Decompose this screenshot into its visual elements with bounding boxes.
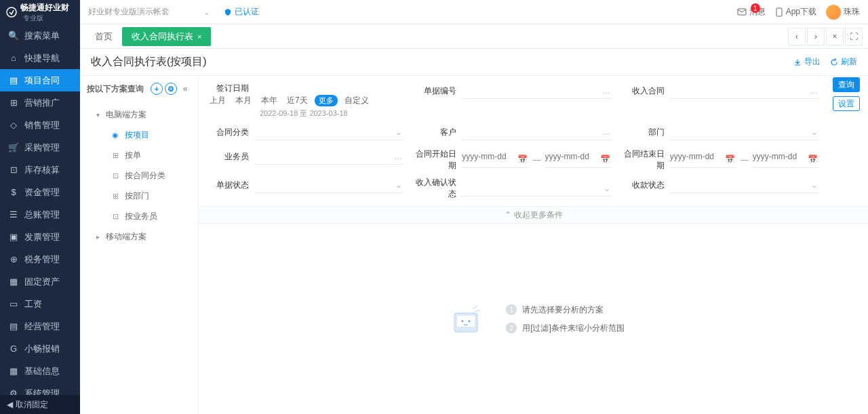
tab-next-button[interactable]: ›: [807, 28, 825, 45]
nav-icon: 🔍: [8, 30, 19, 41]
chevron-down-icon[interactable]: ⌄: [811, 127, 818, 137]
refresh-button[interactable]: 刷新: [830, 56, 857, 68]
calendar-icon[interactable]: 📅: [808, 154, 818, 164]
calendar-icon[interactable]: 📅: [725, 154, 735, 164]
nav-item-7[interactable]: $资金管理: [0, 181, 80, 203]
date-chip-0[interactable]: 上月: [207, 94, 229, 107]
startdate-to-input[interactable]: 📅: [545, 152, 612, 168]
svg-point-6: [469, 320, 471, 322]
date-chip-1[interactable]: 本月: [233, 94, 254, 107]
settings-scheme-button[interactable]: ⚙: [165, 83, 177, 95]
org-selector[interactable]: 好业财专业版演示帐套 ⌄: [88, 6, 210, 18]
nav-item-9[interactable]: ▣发票管理: [0, 226, 80, 248]
date-chip-3[interactable]: 近7天: [284, 94, 311, 107]
paystatus-select[interactable]: ⌄: [670, 177, 819, 193]
tree-item-0-1[interactable]: ⊞按单: [80, 145, 198, 165]
nav-item-5[interactable]: 🛒采购管理: [0, 136, 80, 159]
tree-item-0-3[interactable]: ⊞按部门: [80, 186, 198, 206]
tree-item-0-0[interactable]: ◉按项目: [80, 125, 198, 145]
category-select[interactable]: ⌄: [254, 124, 403, 140]
date-chip-custom[interactable]: 自定义: [342, 94, 372, 107]
paystatus-label: 收款状态: [623, 180, 670, 191]
nav-item-3[interactable]: ⊞营销推广: [0, 91, 80, 114]
date-chip-more[interactable]: 更多: [315, 95, 338, 106]
salesman-input[interactable]: …: [254, 148, 403, 165]
add-scheme-button[interactable]: +: [151, 83, 163, 95]
nav-icon: ⊡: [8, 165, 19, 175]
phone-icon: [775, 7, 783, 17]
more-icon[interactable]: …: [810, 86, 818, 96]
app-label: App下载: [786, 6, 816, 18]
dept-select[interactable]: ⌄: [670, 124, 819, 140]
date-chip-2[interactable]: 本年: [258, 94, 280, 107]
nav-item-6[interactable]: ⊡库存核算: [0, 159, 80, 181]
chevron-down-icon[interactable]: ⌄: [395, 180, 402, 190]
docno-label: 单据编号: [414, 85, 462, 97]
app-download-button[interactable]: App下载: [775, 6, 816, 18]
calendar-icon[interactable]: 📅: [600, 154, 610, 164]
nav-item-10[interactable]: ⊕税务管理: [0, 248, 80, 270]
nav-item-12[interactable]: ▭工资: [0, 293, 80, 315]
nav-item-2[interactable]: ▤项目合同: [0, 69, 80, 91]
more-icon[interactable]: …: [394, 152, 402, 161]
tab-home[interactable]: 首页: [85, 27, 122, 46]
nav-item-1[interactable]: ⌂快捷导航: [0, 47, 80, 69]
chevron-down-icon[interactable]: ⌄: [811, 180, 818, 190]
query-button[interactable]: 查询: [833, 77, 860, 92]
docstatus-select[interactable]: ⌄: [254, 177, 403, 193]
sign-date-range: 2022-09-18 至 2023-03-18: [207, 108, 403, 119]
nav-item-11[interactable]: ▦固定资产: [0, 270, 80, 293]
caret-icon: ▾: [96, 111, 103, 119]
tree-item-0-4[interactable]: ⊡按业务员: [80, 206, 198, 226]
nav-item-8[interactable]: ☰总账管理: [0, 203, 80, 226]
tab-prev-button[interactable]: ‹: [788, 28, 806, 45]
more-icon[interactable]: …: [602, 86, 610, 96]
user-menu[interactable]: 珠珠: [826, 5, 860, 20]
fullscreen-button[interactable]: ⛶: [845, 28, 863, 45]
startdate-from-input[interactable]: 📅: [462, 152, 528, 168]
svg-point-0: [7, 7, 16, 17]
sign-date-label: 签订日期: [207, 83, 254, 94]
caret-icon: ▸: [96, 233, 103, 241]
calendar-icon[interactable]: 📅: [517, 154, 528, 164]
nav-item-4[interactable]: ◇销售管理: [0, 114, 80, 136]
tree-item-0-2[interactable]: ⊡按合同分类: [80, 165, 198, 186]
tab-close-all-button[interactable]: ×: [826, 28, 844, 45]
message-icon: [737, 7, 747, 17]
verified-text: 已认证: [235, 6, 259, 18]
tab-contract-report[interactable]: 收入合同执行表 ×: [122, 27, 211, 46]
nav-item-0[interactable]: 🔍搜索菜单: [0, 24, 80, 47]
settings-button[interactable]: 设置: [833, 96, 860, 111]
org-name: 好业财专业版演示帐套: [88, 6, 170, 18]
customer-input[interactable]: …: [462, 124, 611, 140]
collapse-filters-button[interactable]: ⌃ 收起更多条件: [199, 206, 868, 224]
pin-bar[interactable]: ◀ 取消固定: [0, 395, 80, 414]
export-button[interactable]: 导出: [793, 56, 821, 68]
export-icon: [793, 58, 802, 66]
chevron-down-icon[interactable]: ⌄: [395, 127, 402, 137]
nav-icon: ⊕: [8, 254, 19, 265]
close-icon[interactable]: ×: [197, 33, 201, 41]
scheme-icon: ⊞: [110, 190, 121, 201]
revstatus-select[interactable]: ⌄: [462, 180, 611, 196]
tree-group-1[interactable]: ▸移动端方案: [80, 226, 198, 247]
tree-group-0[interactable]: ▾电脑端方案: [80, 104, 198, 125]
scheme-icon: ⊡: [110, 211, 121, 222]
enddate-to-input[interactable]: 📅: [753, 152, 819, 168]
contract-input[interactable]: …: [670, 83, 819, 99]
docno-input[interactable]: …: [462, 83, 611, 99]
enddate-from-input[interactable]: 📅: [670, 152, 736, 168]
more-icon[interactable]: …: [602, 127, 610, 137]
dept-label: 部门: [623, 127, 670, 138]
panel-title: 按以下方案查询: [87, 83, 144, 95]
nav-item-13[interactable]: ▤经营管理: [0, 315, 80, 337]
startdate-label: 合同开始日期: [414, 148, 462, 171]
nav-item-15[interactable]: ▦基础信息: [0, 360, 80, 382]
collapse-panel-button[interactable]: «: [179, 83, 191, 95]
messages-button[interactable]: 消息 1: [737, 6, 766, 18]
scheme-icon: ◉: [110, 129, 121, 140]
nav-icon: ⊞: [8, 98, 19, 108]
nav-item-14[interactable]: G小畅报销: [0, 337, 80, 360]
chevron-down-icon[interactable]: ⌄: [604, 184, 610, 193]
scheme-icon: ⊞: [110, 150, 121, 161]
